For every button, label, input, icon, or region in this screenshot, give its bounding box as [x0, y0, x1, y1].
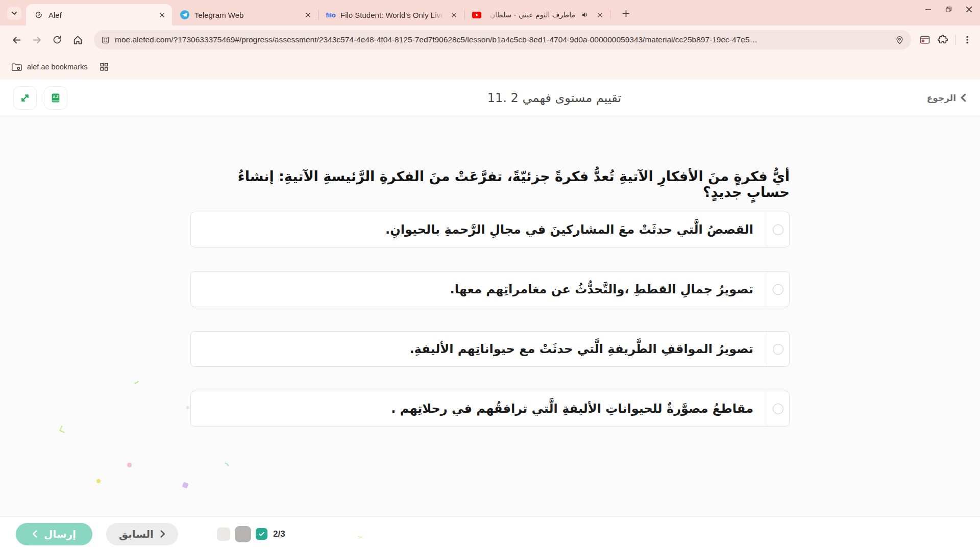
managed-bookmarks-folder[interactable]: alef.ae bookmarks: [11, 62, 87, 71]
question-area: أيُّ فكرةٍ منَ الأفكارِ الآتيةِ تُعدُّ ف…: [0, 116, 980, 516]
answer-option-1[interactable]: القصصُ الَّتي حدثَتْ معَ المشاركينَ في م…: [190, 212, 790, 247]
glossary-button[interactable]: A-Z: [44, 86, 67, 110]
expand-arrows-icon: [20, 93, 30, 103]
apps-grid-icon[interactable]: [100, 62, 109, 71]
confetti-shape: [357, 531, 364, 538]
bookmarks-bar: alef.ae bookmarks: [0, 54, 980, 80]
tab-youtube[interactable]: ماطرف النوم عيني - سلطان البر: [464, 4, 610, 26]
confetti-shape: [59, 425, 67, 433]
youtube-icon: [472, 10, 481, 19]
back-link-label: الرجوع: [927, 93, 956, 103]
forward-button[interactable]: [29, 32, 45, 48]
radio-button[interactable]: [773, 404, 783, 414]
dictionary-book-icon: A-Z: [50, 92, 61, 104]
extensions-icon[interactable]: [938, 35, 948, 45]
site-info-icon[interactable]: [101, 36, 110, 44]
confetti-shape: [182, 482, 189, 489]
confetti-shape: [96, 479, 101, 483]
tab-telegram[interactable]: Telegram Web: [172, 4, 318, 26]
chevron-left-icon: [960, 93, 967, 102]
page-title: 11. تقييم مستوى فهمي 2: [487, 91, 621, 105]
check-icon: [258, 531, 265, 537]
progress-count: 2/3: [273, 529, 285, 539]
tab-search-button[interactable]: [7, 7, 21, 20]
audio-speaker-icon[interactable]: [580, 10, 590, 19]
radio-button[interactable]: [773, 344, 783, 355]
submit-button-label: إرسال: [44, 528, 76, 540]
svg-text:A-Z: A-Z: [53, 95, 59, 98]
close-icon[interactable]: [595, 10, 605, 20]
browser-toolbar: moe.alefed.com/?1730633375469#/progress/…: [0, 26, 980, 54]
browser-window-icon[interactable]: [919, 35, 930, 45]
tab-filo[interactable]: filo Filo Student: World's Only Live I: [318, 4, 464, 26]
answer-option-4[interactable]: مقاطعُ مصوَّرةٌ للحيواناتِ الأليفةِ الَّ…: [190, 391, 790, 427]
tab-title: Filo Student: World's Only Live I: [340, 11, 444, 19]
home-button[interactable]: [69, 32, 86, 48]
answer-option-text: مقاطعُ مصوَّرةٌ للحيواناتِ الأليفةِ الَّ…: [191, 391, 767, 426]
tab-strip: Alef Telegram Web filo Filo Student: Wor…: [0, 0, 980, 26]
chevron-left-icon: [32, 530, 38, 538]
answer-option-3[interactable]: تصويرُ المواقفِ الطَّريفةِ الَّتي حدثَتْ…: [190, 331, 790, 367]
confetti-shape: [220, 461, 230, 471]
window-minimize-button[interactable]: [924, 5, 932, 13]
question-step-2-current[interactable]: [235, 526, 251, 542]
radio-button[interactable]: [773, 284, 783, 295]
plus-icon: [622, 10, 630, 17]
back-link[interactable]: الرجوع: [927, 93, 967, 103]
back-button[interactable]: [8, 32, 24, 48]
tab-title: Alef: [48, 11, 152, 19]
tab-title: Telegram Web: [194, 11, 298, 19]
alef-logo-icon: [34, 10, 43, 19]
previous-button[interactable]: السابق: [106, 523, 178, 545]
menu-kebab-icon[interactable]: [963, 35, 972, 44]
question-progress: 2/3: [217, 526, 285, 542]
filo-icon: filo: [326, 10, 335, 19]
chevron-right-icon: [160, 530, 165, 538]
confetti-shape: [127, 463, 132, 467]
footer-bar: إرسال السابق 2/3: [0, 516, 980, 551]
question-text: أيُّ فكرةٍ منَ الأفكارِ الآتيةِ تُعدُّ ف…: [190, 168, 790, 200]
confetti-shape: [130, 375, 140, 385]
fullscreen-button[interactable]: [13, 86, 37, 110]
answer-option-text: القصصُ الَّتي حدثَتْ معَ المشاركينَ في م…: [191, 212, 767, 247]
answer-option-text: تصويرُ المواقفِ الطَّريفةِ الَّتي حدثَتْ…: [191, 332, 767, 366]
reload-button[interactable]: [49, 32, 65, 48]
window-restore-button[interactable]: [944, 5, 952, 13]
close-icon[interactable]: [449, 10, 459, 20]
previous-button-label: السابق: [119, 528, 154, 540]
tab-alef[interactable]: Alef: [26, 4, 172, 26]
address-bar[interactable]: moe.alefed.com/?1730633375469#/progress/…: [94, 30, 911, 49]
chevron-down-icon: [11, 10, 18, 17]
telegram-icon: [180, 10, 189, 19]
close-icon[interactable]: [157, 10, 167, 20]
folder-gear-icon: [11, 62, 22, 71]
window-close-button[interactable]: [965, 5, 973, 13]
new-tab-button[interactable]: [619, 7, 633, 20]
question-step-1[interactable]: [217, 528, 230, 541]
confetti-shape: [186, 406, 189, 409]
question-step-3-answered[interactable]: [256, 528, 267, 540]
url-text: moe.alefed.com/?1730633375469#/progress/…: [115, 35, 890, 44]
bookmarks-folder-label: alef.ae bookmarks: [27, 63, 87, 71]
radio-button[interactable]: [773, 224, 783, 235]
location-pin-icon[interactable]: [895, 36, 904, 44]
answer-option-2[interactable]: تصويرُ جمالِ القططِ ،والتَّحدُّثُ عن مغا…: [190, 271, 790, 307]
close-icon[interactable]: [303, 10, 313, 20]
assessment-header: A-Z 11. تقييم مستوى فهمي 2 الرجوع: [0, 80, 980, 116]
answer-option-text: تصويرُ جمالِ القططِ ،والتَّحدُّثُ عن مغا…: [191, 272, 767, 307]
toolbar-divider: [955, 35, 955, 45]
submit-button[interactable]: إرسال: [16, 523, 92, 545]
tab-title: ماطرف النوم عيني - سلطان البر: [486, 11, 575, 19]
